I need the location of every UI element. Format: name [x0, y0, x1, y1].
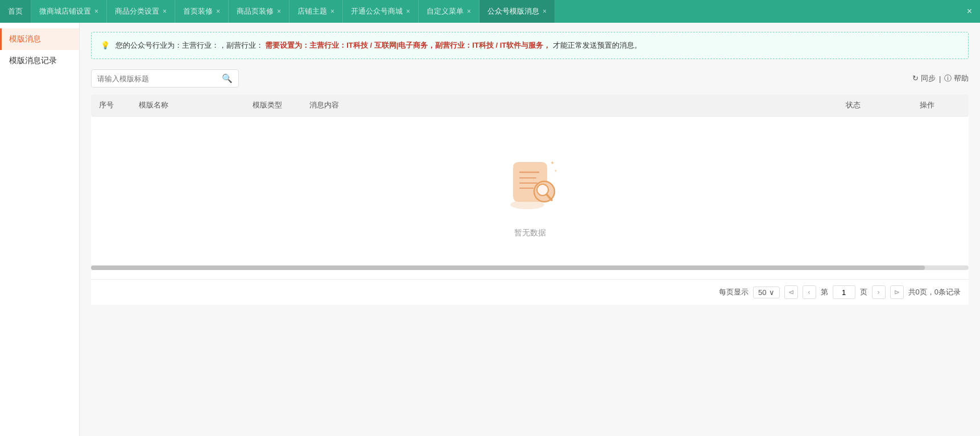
col-header-type: 模版类型: [245, 94, 301, 117]
table-header-row: 序号 模版名称 模版类型 消息内容 状态 操作: [91, 94, 969, 117]
close-home-decor[interactable]: ×: [216, 8, 220, 15]
nav-tab-store-theme[interactable]: 店铺主题 ×: [290, 0, 343, 23]
col-header-name: 模版名称: [131, 94, 245, 117]
search-input[interactable]: [97, 74, 222, 83]
svg-text:✦: ✦: [554, 169, 557, 173]
sidebar-item-template-msg-record[interactable]: 模版消息记录: [0, 50, 79, 72]
page-label: 第: [821, 287, 828, 297]
scrollbar-thumb[interactable]: [91, 265, 925, 270]
nav-tab-home[interactable]: 首页: [0, 0, 31, 23]
empty-state-icon: ✦ ✦: [496, 151, 564, 219]
help-label: 帮助: [954, 74, 969, 82]
nav-tab-template-msg[interactable]: 公众号模版消息 ×: [479, 0, 555, 23]
first-page-button[interactable]: ⊲: [784, 285, 798, 299]
col-header-status: 状态: [838, 94, 912, 117]
next-page-button[interactable]: ›: [872, 285, 886, 299]
sidebar-item-template-msg-label: 模版消息: [9, 34, 41, 43]
close-open-wechat-shop[interactable]: ×: [406, 8, 410, 15]
page-size-label: 每页显示: [719, 287, 749, 297]
sidebar-item-template-msg[interactable]: 模版消息: [0, 28, 79, 50]
divider: |: [939, 74, 941, 83]
horizontal-scrollbar[interactable]: [91, 265, 969, 270]
lightbulb-icon: 💡: [101, 41, 110, 49]
nav-tab-custom-menu[interactable]: 自定义菜单 ×: [419, 0, 479, 23]
col-header-index: 序号: [91, 94, 131, 117]
notice-highlight: 需要设置为：主营行业：IT科技 / 互联网|电子商务，副营行业：IT科技 / I…: [265, 41, 551, 49]
col-header-content: 消息内容: [301, 94, 838, 117]
nav-tab-home-decor[interactable]: 首页装修 ×: [175, 0, 229, 23]
nav-tab-product-decor[interactable]: 商品页装修 ×: [229, 0, 290, 23]
sync-label: 同步: [921, 74, 936, 82]
main-layout: 模版消息 模版消息记录 💡 您的公众号行业为：主营行业：，副营行业： 需要设置为…: [0, 23, 980, 436]
chevron-down-icon: ∨: [769, 288, 775, 297]
nav-tab-open-wechat-shop-label: 开通公众号商城: [351, 6, 403, 16]
sidebar-item-template-msg-record-label: 模版消息记录: [9, 56, 57, 65]
close-product-category[interactable]: ×: [163, 8, 167, 15]
table-container: 序号 模版名称 模版类型 消息内容 状态 操作: [91, 94, 969, 305]
nav-tab-product-category-label: 商品分类设置: [115, 6, 159, 16]
close-all-tabs[interactable]: ×: [959, 6, 980, 16]
search-icon[interactable]: 🔍: [222, 73, 233, 84]
close-template-msg[interactable]: ×: [543, 8, 547, 15]
page-suffix: 页: [860, 287, 867, 297]
nav-tab-home-decor-label: 首页装修: [183, 6, 213, 16]
sync-button[interactable]: ↻ 同步: [912, 73, 936, 84]
search-row: 🔍 ↻ 同步 | ⓘ 帮助: [91, 69, 969, 88]
col-header-action: 操作: [912, 94, 969, 117]
top-nav: 首页 微商城店铺设置 × 商品分类设置 × 首页装修 × 商品页装修 × 店铺主…: [0, 0, 980, 23]
page-size-selector[interactable]: 50 ∨: [753, 286, 779, 298]
help-button[interactable]: ⓘ 帮助: [944, 73, 969, 84]
notice-prefix: 您的公众号行业为：主营行业：，副营行业：: [115, 41, 263, 49]
nav-tab-store-settings-label: 微商城店铺设置: [39, 6, 91, 16]
last-page-button[interactable]: ⊳: [890, 285, 904, 299]
notice-suffix: 才能正常发送预置的消息。: [553, 41, 642, 49]
nav-tab-custom-menu-label: 自定义菜单: [427, 6, 464, 16]
prev-page-button[interactable]: ‹: [803, 285, 816, 299]
page-size-value: 50: [758, 288, 766, 297]
page-number-input[interactable]: [833, 285, 855, 299]
nav-tab-template-msg-label: 公众号模版消息: [487, 6, 539, 16]
notice-box: 💡 您的公众号行业为：主营行业：，副营行业： 需要设置为：主营行业：IT科技 /…: [91, 32, 969, 59]
close-custom-menu[interactable]: ×: [467, 8, 471, 15]
data-table: 序号 模版名称 模版类型 消息内容 状态 操作: [91, 94, 969, 117]
sidebar: 模版消息 模版消息记录: [0, 23, 80, 436]
search-input-wrap[interactable]: 🔍: [91, 69, 239, 88]
nav-tab-open-wechat-shop[interactable]: 开通公众号商城 ×: [343, 0, 419, 23]
nav-tab-store-theme-label: 店铺主题: [297, 6, 327, 16]
content-area: 💡 您的公众号行业为：主营行业：，副营行业： 需要设置为：主营行业：IT科技 /…: [80, 23, 980, 436]
svg-text:✦: ✦: [550, 160, 555, 166]
empty-text: 暂无数据: [514, 228, 546, 238]
nav-tab-product-decor-label: 商品页装修: [237, 6, 274, 16]
total-label: 共0页，0条记录: [908, 287, 961, 297]
close-product-decor[interactable]: ×: [277, 8, 281, 15]
nav-tab-store-settings[interactable]: 微商城店铺设置 ×: [31, 0, 107, 23]
pagination-row: 每页显示 50 ∨ ⊲ ‹ 第 页 › ⊳ 共0页，0条记录: [91, 279, 969, 305]
search-actions: ↻ 同步 | ⓘ 帮助: [912, 73, 969, 84]
close-store-settings[interactable]: ×: [94, 8, 98, 15]
close-store-theme[interactable]: ×: [330, 8, 334, 15]
empty-state: ✦ ✦ 暂无数据: [91, 117, 969, 261]
nav-tab-home-label: 首页: [8, 6, 23, 16]
nav-tab-product-category[interactable]: 商品分类设置 ×: [107, 0, 175, 23]
